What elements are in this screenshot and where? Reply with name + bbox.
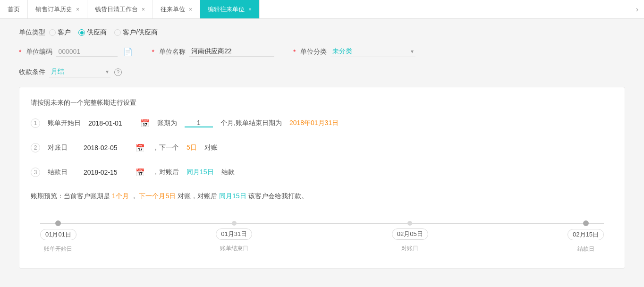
setting-num-2: 2 bbox=[31, 143, 40, 152]
payment-value: 月结 bbox=[51, 68, 104, 76]
setting-row-1: 1 账单开始日 2018-01-01 📅 账期为 个月,账单结束日期为 2018… bbox=[31, 118, 613, 128]
payment-chevron: ▾ bbox=[106, 68, 109, 75]
unit-code-label: 单位编码 bbox=[26, 48, 52, 56]
period-suffix-1: 个月,账单结束日期为 bbox=[220, 119, 282, 127]
node-label-4: 结款日 bbox=[577, 245, 594, 253]
node-dot-4 bbox=[583, 220, 589, 226]
unit-code-input[interactable] bbox=[56, 47, 118, 57]
close-cash-work[interactable]: × bbox=[142, 6, 145, 13]
preview-text: 账期预览：当前客户账期是 1个月 ， 下一个月5日 对账，对账后 同月15日 该… bbox=[31, 192, 613, 201]
node-bubble-1: 01月01日 bbox=[40, 229, 76, 240]
payment-group: 收款条件 月结 ▾ ? bbox=[19, 67, 122, 77]
suffix-before-2: ，下一个 bbox=[153, 144, 179, 152]
close-sales-history[interactable]: × bbox=[76, 6, 79, 13]
unit-info-row: * 单位编码 📄 * 单位名称 * 单位分类 未分类 ▾ bbox=[19, 46, 625, 57]
setting-label-1: 账单开始日 bbox=[48, 119, 81, 127]
node-label-2: 账单结束日 bbox=[220, 245, 248, 253]
node-dot-1 bbox=[55, 220, 61, 226]
tab-partners[interactable]: 往来单位 × bbox=[153, 0, 200, 18]
setting-label-2: 对账日 bbox=[48, 144, 76, 152]
unit-class-select[interactable]: 未分类 ▾ bbox=[330, 46, 415, 57]
node-dot-3 bbox=[407, 221, 412, 226]
unit-type-group: 单位类型 客户 供应商 客户/供应商 bbox=[19, 28, 158, 37]
unit-type-label: 单位类型 bbox=[19, 28, 45, 37]
radio-both-label: 客户/供应商 bbox=[123, 28, 158, 37]
main-content: 单位类型 客户 供应商 客户/供应商 * 单位编码 bbox=[0, 19, 644, 287]
timeline-node-3: 02月05日 对账日 bbox=[392, 214, 428, 253]
node-bubble-4: 02月15日 bbox=[568, 229, 604, 240]
unit-name-input[interactable] bbox=[189, 47, 274, 57]
setting-row-2: 2 对账日 2018-02-05 📅 ，下一个 5日 对账 bbox=[31, 143, 613, 152]
radio-supplier-label: 供应商 bbox=[87, 28, 107, 37]
card-title: 请按照未来的一个完整帐期进行设置 bbox=[31, 99, 613, 107]
unit-code-star: * bbox=[19, 48, 21, 56]
payment-row: 收款条件 月结 ▾ ? bbox=[19, 67, 625, 77]
node-bubble-3: 02月05日 bbox=[392, 228, 428, 240]
payment-help-icon[interactable]: ? bbox=[114, 68, 122, 76]
radio-supplier[interactable]: 供应商 bbox=[78, 28, 107, 37]
date-value-1: 2018-01-01 bbox=[88, 119, 131, 127]
unit-class-group: * 单位分类 未分类 ▾ bbox=[293, 46, 415, 57]
setting-row-3: 3 结款日 2018-02-15 📅 ，对账后 同月15日 结款 bbox=[31, 168, 613, 177]
unit-class-chevron: ▾ bbox=[411, 48, 414, 55]
suffix-before-3: ，对账后 bbox=[153, 168, 179, 177]
unit-name-label: 单位名称 bbox=[159, 48, 186, 56]
close-edit-partners[interactable]: × bbox=[248, 6, 252, 13]
setting-label-3: 结款日 bbox=[48, 168, 76, 177]
cal-icon-3[interactable]: 📅 bbox=[136, 168, 145, 177]
unit-class-label: 单位分类 bbox=[300, 48, 327, 56]
unit-class-value: 未分类 bbox=[332, 47, 409, 56]
unit-name-group: * 单位名称 bbox=[152, 47, 274, 57]
tab-cash-work[interactable]: 钱货日清工作台 × bbox=[87, 0, 153, 18]
suffix-highlight-2: 5日 bbox=[186, 144, 197, 152]
period-end-1: 2018年01月31日 bbox=[289, 119, 339, 127]
close-partners[interactable]: × bbox=[189, 6, 192, 13]
timeline-node-1: 01月01日 账单开始日 bbox=[40, 214, 76, 253]
unit-type-radio-group: 客户 供应商 客户/供应商 bbox=[49, 28, 158, 37]
timeline-node-2: 01月31日 账单结束日 bbox=[216, 214, 252, 253]
timeline-container: 01月01日 账单开始日 01月31日 账单结束日 02月05日 对账日 bbox=[31, 214, 613, 253]
payment-label: 收款条件 bbox=[19, 68, 45, 76]
cal-icon-2[interactable]: 📅 bbox=[136, 144, 145, 152]
radio-supplier-circle bbox=[78, 29, 85, 36]
timeline-node-4: 02月15日 结款日 bbox=[568, 214, 604, 253]
suffix-after-3: 结款 bbox=[221, 168, 235, 177]
tab-edit-partners[interactable]: 编辑往来单位 × bbox=[200, 0, 260, 18]
unit-code-group: * 单位编码 📄 bbox=[19, 47, 133, 57]
radio-both[interactable]: 客户/供应商 bbox=[114, 28, 158, 37]
tab-expand-button[interactable]: › bbox=[630, 5, 644, 14]
suffix-highlight-3: 同月15日 bbox=[186, 168, 214, 177]
tab-sales-history[interactable]: 销售订单历史 × bbox=[28, 0, 87, 18]
radio-both-circle bbox=[114, 29, 121, 36]
unit-class-star: * bbox=[293, 48, 296, 56]
cal-icon-1[interactable]: 📅 bbox=[140, 119, 150, 128]
unit-code-icon[interactable]: 📄 bbox=[123, 47, 133, 56]
node-label-1: 账单开始日 bbox=[44, 245, 72, 253]
date-value-2: 2018-02-05 bbox=[84, 144, 126, 152]
suffix-after-2: 对账 bbox=[204, 144, 218, 152]
tab-bar: 首页 销售订单历史 × 钱货日清工作台 × 往来单位 × 编辑往来单位 × › bbox=[0, 0, 644, 19]
timeline-nodes: 01月01日 账单开始日 01月31日 账单结束日 02月05日 对账日 bbox=[40, 214, 604, 253]
node-bubble-2: 01月31日 bbox=[216, 228, 252, 240]
unit-name-star: * bbox=[152, 48, 154, 56]
setting-num-1: 1 bbox=[31, 118, 40, 128]
tab-home[interactable]: 首页 bbox=[0, 0, 28, 18]
unit-type-row: 单位类型 客户 供应商 客户/供应商 bbox=[19, 28, 625, 37]
period-prefix-1: 账期为 bbox=[157, 119, 177, 127]
radio-customer-circle bbox=[49, 29, 56, 36]
node-label-3: 对账日 bbox=[401, 245, 418, 253]
payment-select[interactable]: 月结 ▾ bbox=[49, 67, 110, 77]
radio-customer[interactable]: 客户 bbox=[49, 28, 71, 37]
period-input-1[interactable] bbox=[185, 119, 213, 127]
settings-card: 请按照未来的一个完整帐期进行设置 1 账单开始日 2018-01-01 📅 账期… bbox=[19, 87, 625, 269]
date-value-3: 2018-02-15 bbox=[84, 169, 126, 176]
setting-num-3: 3 bbox=[31, 168, 40, 177]
radio-customer-label: 客户 bbox=[58, 28, 71, 37]
node-dot-2 bbox=[232, 221, 237, 226]
